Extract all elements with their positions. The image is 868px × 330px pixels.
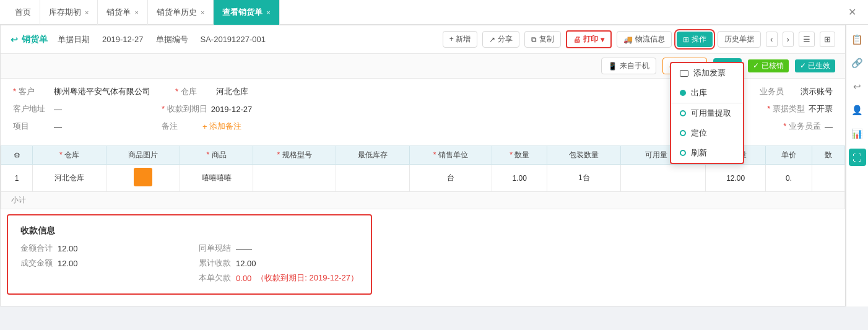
- sidebar-icon-link[interactable]: 🔗: [849, 54, 866, 72]
- from-phone-button[interactable]: 📱 来自手机: [601, 58, 656, 74]
- refresh-label: 刷新: [691, 147, 707, 158]
- sidebar-icon-expand[interactable]: ⛶: [849, 149, 866, 166]
- sidebar-icon-chart[interactable]: 📊: [849, 125, 866, 142]
- ticket-type-label: 票据类型: [767, 103, 805, 115]
- row-unit: 台: [409, 165, 492, 192]
- address-label: 客户地址: [13, 103, 50, 115]
- tab-home[interactable]: 首页: [6, 0, 40, 25]
- tab-view-sales-close[interactable]: ×: [266, 9, 270, 16]
- subtotal-row: 小计: [1, 192, 845, 209]
- add-note-button[interactable]: + 添加备注: [202, 121, 241, 132]
- logistics-button[interactable]: 🚚 物流信息: [617, 31, 672, 48]
- operation-button[interactable]: ⊞ 操作: [677, 32, 713, 47]
- row-warehouse: 河北仓库: [33, 165, 106, 192]
- tab-home-label: 首页: [15, 7, 31, 18]
- col-spec: 规格型号: [253, 146, 336, 165]
- note-label: 备注: [162, 121, 199, 132]
- available-extract-icon: [680, 110, 686, 116]
- doc-number-value: SA-20191227-001: [201, 35, 266, 44]
- locate-label: 定位: [691, 128, 707, 139]
- new-button-label: + 新增: [449, 34, 471, 45]
- tab-view-sales[interactable]: 查看销货单 ×: [214, 0, 279, 25]
- prev-button[interactable]: ‹: [766, 32, 777, 47]
- from-phone-label: 来自手机: [620, 61, 649, 71]
- doc-title: ↩ 销货单: [11, 34, 48, 45]
- customer-value: 柳州粤港平安气体有限公司: [54, 86, 150, 97]
- share-button-label: 分享: [498, 34, 513, 45]
- tab-inventory-close[interactable]: ×: [85, 9, 89, 16]
- summary-grid: 金额合计 12.00 同单现结 —— 成交金额 12.00 累计收款: [20, 243, 358, 284]
- new-button[interactable]: + 新增: [443, 31, 477, 48]
- copy-icon: ⧉: [531, 35, 537, 44]
- tab-sales-history[interactable]: 销货单历史 ×: [148, 0, 214, 25]
- view-list-button[interactable]: ☰: [799, 32, 815, 47]
- print-icon: 🖨: [573, 35, 581, 44]
- row-available: [621, 165, 706, 192]
- view-grid-button[interactable]: ⊞: [820, 32, 835, 47]
- col-unit: 销售单位: [409, 146, 492, 165]
- table-row: 1 河北仓库 嘻嘻嘻嘻 台 1.00 1台 12: [1, 165, 845, 192]
- transaction-amount-value: 12.00: [58, 259, 78, 268]
- subtotal-label: 小计: [1, 192, 845, 209]
- sidebar-icon-return[interactable]: ↩: [849, 78, 866, 95]
- ticket-type-value: 不开票: [809, 103, 833, 115]
- tab-bar-close-button[interactable]: ✕: [842, 2, 862, 22]
- locate-icon: [680, 130, 686, 136]
- this-order-due-row: 本单欠款 0.00 （收款到期日: 2019-12-27）: [199, 272, 358, 284]
- row-unit-price: 0.: [766, 165, 812, 192]
- refresh-icon: [680, 150, 686, 156]
- warehouse-field: 仓库 河北仓库: [175, 86, 299, 97]
- payment-date-label: 收款到期日: [162, 103, 207, 115]
- amount-total-value: 12.00: [58, 244, 78, 253]
- sidebar-icon-user[interactable]: 👤: [849, 102, 866, 119]
- history-button[interactable]: 历史单据: [718, 31, 761, 48]
- operation-button-label: 操作: [692, 34, 706, 45]
- doc-number-label: 单据编号: [156, 34, 188, 45]
- next-button[interactable]: ›: [783, 32, 794, 47]
- dropdown-refresh[interactable]: 刷新: [671, 143, 743, 163]
- print-button-label: 打印: [583, 34, 598, 45]
- print-button[interactable]: 🖨 打印 ▾: [566, 30, 612, 48]
- row-min-stock: [336, 165, 409, 192]
- dropdown-available-extract[interactable]: 可用量提取: [671, 103, 743, 123]
- due-note: （收款到期日: 2019-12-27）: [256, 272, 358, 284]
- row-stock: 12.00: [706, 165, 766, 192]
- sidebar-icon-doc[interactable]: 📋: [849, 31, 866, 48]
- transaction-amount-row: 成交金额 12.00: [20, 258, 180, 269]
- payment-date-field: 收款到期日 2019-12-27: [162, 103, 285, 115]
- add-invoice-label: 添加发票: [693, 67, 726, 79]
- doc-meta: 单据日期 2019-12-27 单据编号 SA-20191227-001: [58, 34, 266, 45]
- copy-button[interactable]: ⧉ 复制: [524, 31, 561, 48]
- share-button[interactable]: ↗ 分享: [482, 31, 519, 48]
- tab-inventory[interactable]: 库存期初 ×: [40, 0, 98, 25]
- sales-staff-label: 业务员孟: [783, 121, 821, 132]
- ticket-type-field: 票据类型 不开票: [767, 103, 833, 115]
- dropdown-outbound[interactable]: 出库: [671, 83, 743, 103]
- doc-date-label: 单据日期: [58, 34, 90, 45]
- col-image: 商品图片: [106, 146, 180, 165]
- doc-header: ↩ 销货单 单据日期 2019-12-27 单据编号 SA-20191227-0…: [1, 25, 845, 54]
- col-gear[interactable]: ⚙: [1, 146, 33, 165]
- tab-sales-close[interactable]: ×: [134, 9, 138, 16]
- row-quantity: 1.00: [492, 165, 547, 192]
- same-order-value: ——: [236, 244, 252, 253]
- dropdown-locate[interactable]: 定位: [671, 123, 743, 143]
- tab-sales[interactable]: 销货单 ×: [98, 0, 147, 25]
- available-extract-label: 可用量提取: [691, 108, 731, 119]
- warehouse-value: 河北仓库: [216, 86, 248, 97]
- add-invoice-icon: [680, 70, 688, 77]
- row-package-qty: 1台: [547, 165, 621, 192]
- col-quantity: 数量: [492, 146, 547, 165]
- history-button-label: 历史单据: [724, 34, 754, 45]
- tab-sales-label: 销货单: [106, 7, 131, 18]
- sales-staff-field: 业务员孟 —: [783, 121, 833, 132]
- this-order-due-value: 0.00: [236, 274, 251, 283]
- product-image: [134, 168, 152, 186]
- tab-sales-history-close[interactable]: ×: [201, 9, 204, 16]
- doc-title-text: 销货单: [22, 34, 48, 45]
- logistics-icon: 🚚: [623, 35, 633, 44]
- dropdown-add-invoice[interactable]: 添加发票: [671, 63, 743, 83]
- tab-inventory-label: 库存期初: [49, 7, 81, 18]
- operation-icon: ⊞: [683, 35, 689, 44]
- note-field: 备注 + 添加备注: [162, 121, 285, 132]
